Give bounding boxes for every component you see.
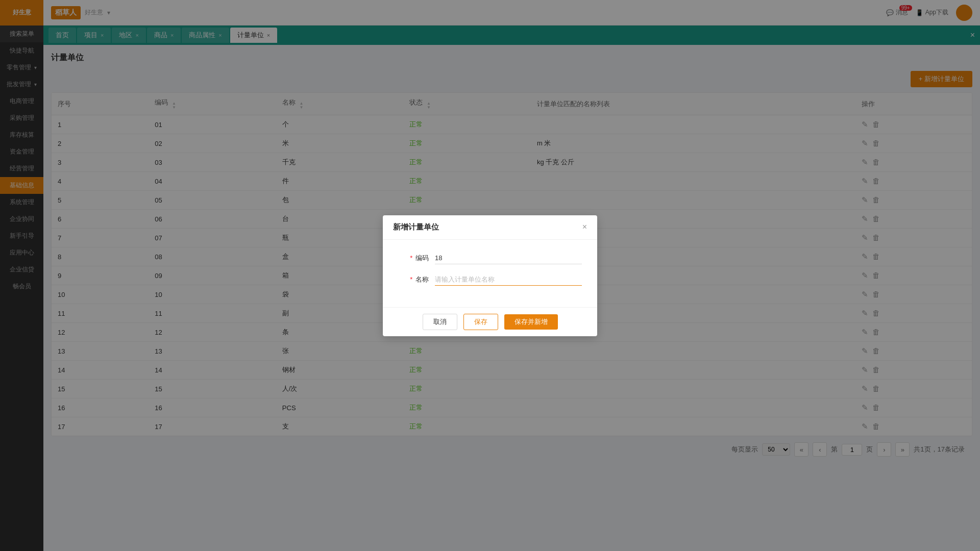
form-row-name: * 名称 (398, 273, 582, 286)
form-name-label: * 名称 (398, 275, 429, 284)
required-star-code: * (410, 254, 412, 262)
dialog-body: * 编码 * 名称 (383, 240, 597, 307)
required-star-name: * (410, 276, 412, 283)
form-code-input[interactable] (435, 252, 582, 264)
dialog-header: 新增计量单位 × (383, 215, 597, 240)
dialog-save-add-btn[interactable]: 保存并新增 (504, 314, 558, 330)
dialog-close-btn[interactable]: × (582, 222, 587, 232)
form-name-input[interactable] (435, 273, 582, 286)
add-unit-dialog: 新增计量单位 × * 编码 * 名称 取消 保存 保存并新增 (383, 215, 597, 336)
dialog-footer: 取消 保存 保存并新增 (383, 307, 597, 336)
dialog-cancel-btn[interactable]: 取消 (423, 314, 457, 330)
modal-overlay: 新增计量单位 × * 编码 * 名称 取消 保存 保存并新增 (0, 0, 980, 551)
dialog-save-btn[interactable]: 保存 (463, 314, 498, 330)
dialog-title: 新增计量单位 (393, 222, 439, 232)
form-row-code: * 编码 (398, 252, 582, 264)
form-code-label: * 编码 (398, 254, 429, 263)
